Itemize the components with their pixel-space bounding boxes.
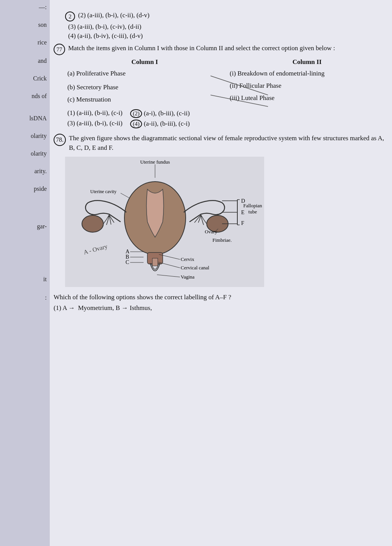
q77-ans1-text: (1) (a-iii), (b-ii), (c-i)	[67, 109, 122, 116]
label-fimbriae: Fimbriae.	[212, 237, 232, 243]
label-fallopian: Fallopian	[243, 203, 262, 208]
q2-opt4: (4) (a-ii), (b-iv), (c-iii), (d-v)	[68, 32, 384, 40]
last-line-text: Myometrium, B → Isthmus,	[78, 304, 152, 312]
label-uterine-cavity: Uterine cavity	[90, 189, 116, 194]
left-label-arity: arity.	[2, 168, 50, 175]
label-uterine-fundus: Uterine fundus	[140, 159, 170, 165]
left-label-crick: Crick	[2, 75, 50, 82]
which-text-span: Which of the following options shows the…	[54, 293, 231, 301]
left-label-dsdna: lsDNA	[2, 115, 50, 122]
left-label-dash: —:	[2, 4, 50, 11]
col1-item-c: (c) Menstruation	[67, 95, 222, 104]
q77-ans1: (1) (a-iii), (b-ii), (c-i)	[67, 109, 122, 118]
left-labels-container: —: son rice and Crick nds of lsDNA olari…	[2, 0, 50, 312]
q77-text: Match the items given in Column I with t…	[68, 44, 335, 52]
question-78: 78. The given figure shows the diagramma…	[54, 134, 384, 312]
q77-answer-options: (1) (a-iii), (b-ii), (c-i) (2) (a-i), (b…	[67, 109, 384, 128]
main-content: 2 (2) (a-iii), (b-i), (c-ii), (d-v) (3) …	[50, 8, 392, 320]
q77-ans4-circled: (4)	[130, 120, 142, 128]
circled-2: 2	[65, 11, 75, 21]
svg-rect-9	[152, 258, 158, 266]
q2-options: 2 (2) (a-iii), (b-i), (c-ii), (d-v) (3) …	[65, 11, 384, 40]
q2-opt3-text: (3) (a-iii), (b-i), (c-iv), (d-ii)	[68, 23, 141, 31]
left-label-pside: pside	[2, 185, 50, 192]
last-line-label: (1) A →	[54, 304, 75, 312]
left-label-olarity2: olarity	[2, 150, 50, 157]
col2-item-ii: (ii) Follicular Phase	[230, 81, 384, 90]
col1-item-a: (a) Proliferative Phase	[67, 69, 222, 78]
q78-which-text: Which of the following options shows the…	[54, 293, 384, 302]
q77-ans2-circled: (2)	[130, 109, 142, 118]
q78-text: The given figure shows the diagrammatic …	[69, 134, 384, 152]
svg-point-6	[82, 215, 103, 232]
left-label-son: son	[2, 21, 50, 28]
figure-section: Uterine fundus Uterine cavity	[65, 157, 264, 289]
left-label-gar: gar-	[2, 223, 50, 230]
label-vagina: Vagina	[181, 274, 194, 280]
left-label-ndsof: nds of	[2, 93, 50, 100]
label-C: C	[126, 259, 129, 265]
column-II: Column II (i) Breakdown of endometrial-l…	[230, 58, 384, 107]
column-I: Column I (a) Proliferative Phase (b) Sec…	[67, 58, 222, 107]
left-label-it: it	[2, 276, 50, 283]
q78-number-circle: 78.	[54, 134, 66, 146]
q77-ans3: (3) (a-iii), (b-i), (c-ii)	[67, 120, 122, 128]
col2-item-i: (i) Breakdown of endometrial-lining	[230, 69, 384, 78]
page: —: son rice and Crick nds of lsDNA olari…	[0, 0, 392, 546]
q77-ans4-text: (a-ii), (b-iii), (c-i)	[144, 120, 190, 127]
q77-ans3-text: (3) (a-iii), (b-i), (c-ii)	[67, 120, 122, 127]
q77-ans4: (4) (a-ii), (b-iii), (c-i)	[130, 120, 190, 128]
col1-item-b: (b) Secretory Phase	[67, 83, 222, 92]
col2-item-iii: (iii) Luteal Phase	[230, 93, 384, 103]
q2-opt4-text: (4) (a-ii), (b-iv), (c-iii), (d-v)	[68, 32, 143, 40]
left-label-colon: :	[2, 294, 50, 301]
q77-ans2-text: (a-i), (b-iii), (c-ii)	[144, 110, 190, 117]
label-cervix: Cervix	[181, 256, 194, 262]
label-A: A	[126, 249, 130, 254]
q77-ans2: (2) (a-i), (b-iii), (c-ii)	[130, 109, 190, 118]
label-E: E	[241, 210, 245, 215]
q2-opt2: 2 (2) (a-iii), (b-i), (c-ii), (d-v)	[65, 11, 384, 21]
col2-header: Column II	[230, 58, 384, 66]
label-F: F	[241, 220, 244, 226]
left-label-rice: rice	[2, 39, 50, 46]
q2-opt2-text: (2) (a-iii), (b-i), (c-ii), (d-v)	[78, 11, 149, 19]
question-77: 77 Match the items given in Column I wit…	[54, 44, 384, 128]
left-label-olarity1: olarity	[2, 133, 50, 139]
col1-header: Column I	[67, 58, 222, 66]
reproductive-diagram: Uterine fundus Uterine cavity	[65, 157, 264, 287]
label-cervical-canal: Cervical canal	[181, 265, 209, 271]
q2-opt3: (3) (a-iii), (b-i), (c-iv), (d-ii)	[68, 23, 384, 31]
last-answer-line: (1) A → Myometrium, B → Isthmus,	[54, 304, 384, 312]
left-label-and: and	[2, 57, 50, 64]
q77-number-circle: 77	[54, 44, 65, 55]
label-B: B	[126, 254, 129, 260]
label-ovary: Ovary	[205, 229, 217, 234]
label-tube: tube	[248, 209, 257, 215]
